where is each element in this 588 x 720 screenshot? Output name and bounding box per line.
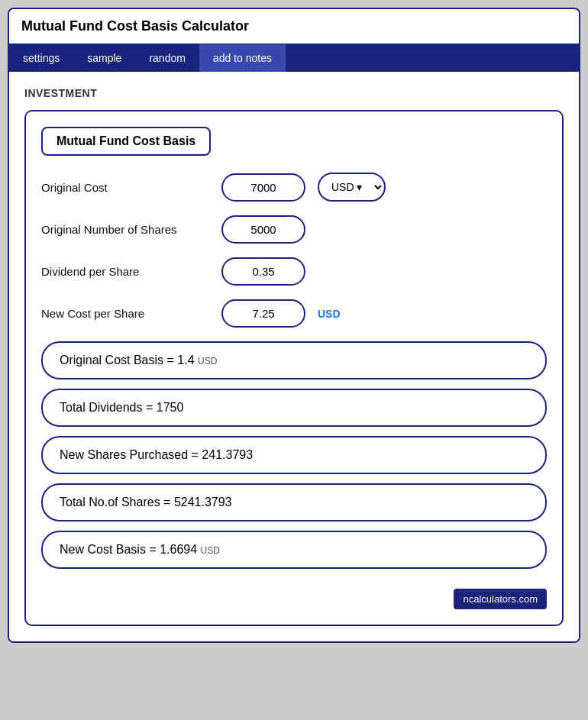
label-original-cost: Original Cost — [41, 179, 209, 195]
result-equals-2: = — [192, 448, 202, 461]
result-equals-1: = — [146, 401, 157, 414]
nav-random[interactable]: random — [135, 44, 199, 72]
app-title: Mutual Fund Cost Basis Calculator — [21, 18, 249, 34]
result-value-2: 241.3793 — [202, 448, 253, 461]
result-value-3: 5241.3793 — [174, 496, 232, 509]
title-bar: Mutual Fund Cost Basis Calculator — [9, 9, 579, 44]
currency-dropdown-original-cost[interactable]: USD ▾ EUR GBP — [318, 173, 386, 202]
calculator-title: Mutual Fund Cost Basis — [41, 127, 211, 156]
nav-add-to-notes[interactable]: add to notes — [199, 44, 286, 72]
label-original-shares: Original Number of Shares — [41, 221, 209, 237]
field-row-new-cost: New Cost per Share USD — [41, 299, 547, 328]
brand-label: ncalculators.com — [454, 589, 547, 609]
nav-bar: settings sample random add to notes — [9, 44, 579, 72]
label-new-cost: New Cost per Share — [41, 305, 209, 321]
result-equals-3: = — [163, 496, 174, 509]
field-row-dividend: Dividend per Share — [41, 257, 547, 286]
result-value-0: 1.4 — [177, 354, 194, 366]
field-row-original-shares: Original Number of Shares — [41, 215, 547, 244]
calculator-box: Mutual Fund Cost Basis Original Cost USD… — [24, 110, 564, 626]
nav-sample[interactable]: sample — [73, 44, 135, 72]
result-label-1: Total Dividends — [60, 401, 143, 414]
input-original-cost[interactable] — [221, 173, 305, 202]
result-label-3: Total No.of Shares — [60, 496, 160, 509]
result-unit-4: USD — [201, 545, 220, 556]
label-dividend: Dividend per Share — [41, 263, 209, 279]
result-label-2: New Shares Purchased — [60, 448, 188, 461]
result-total-dividends: Total Dividends = 1750 — [41, 389, 547, 427]
input-original-shares[interactable] — [221, 215, 305, 244]
result-label-4: New Cost Basis — [60, 543, 146, 556]
result-label-0: Original Cost Basis — [60, 354, 163, 366]
result-value-4: 1.6694 — [160, 543, 197, 556]
section-label: INVESTMENT — [24, 87, 564, 99]
result-equals-4: = — [149, 543, 160, 556]
result-new-shares: New Shares Purchased = 241.3793 — [41, 436, 547, 474]
result-total-shares: Total No.of Shares = 5241.3793 — [41, 483, 547, 521]
calculator-wrapper: Mutual Fund Cost Basis Calculator settin… — [8, 8, 580, 643]
content-area: INVESTMENT Mutual Fund Cost Basis Origin… — [9, 72, 579, 641]
footer-area: ncalculators.com — [41, 578, 547, 609]
nav-settings[interactable]: settings — [9, 44, 73, 72]
result-equals-0: = — [167, 354, 178, 366]
result-new-cost-basis: New Cost Basis = 1.6694 USD — [41, 531, 547, 569]
result-original-cost-basis: Original Cost Basis = 1.4 USD — [41, 341, 547, 379]
result-unit-0: USD — [198, 356, 217, 366]
currency-label-new-cost: USD — [318, 308, 341, 320]
field-row-original-cost: Original Cost USD ▾ EUR GBP — [41, 173, 547, 202]
result-value-1: 1750 — [157, 401, 184, 414]
input-new-cost[interactable] — [221, 299, 305, 328]
input-dividend[interactable] — [221, 257, 305, 286]
